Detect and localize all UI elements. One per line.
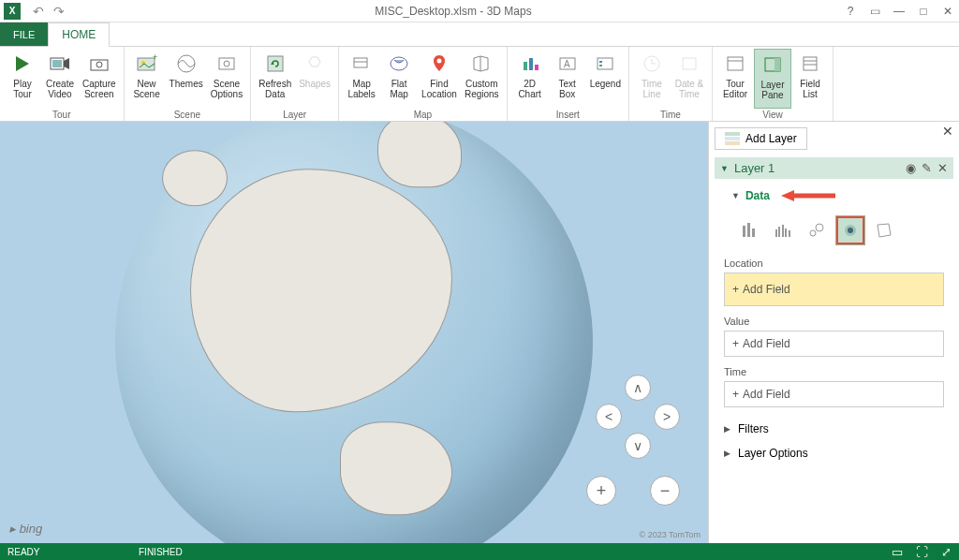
data-section: ▼ Data [715,179,953,244]
scene-options-button[interactable]: Scene Options [207,49,246,109]
status-view1-icon[interactable]: ▭ [892,545,903,559]
viz-stacked-column-button[interactable] [735,216,763,244]
field-list-icon [797,51,823,77]
themes-icon [173,51,199,77]
close-icon[interactable]: ✕ [937,2,959,21]
datetime-button: Date & Time [671,49,708,109]
field-list-button[interactable]: Field List [791,49,829,109]
visibility-icon[interactable]: ◉ [906,161,916,175]
time-label: Time [724,366,944,377]
nav-down-button[interactable]: ∨ [625,433,651,459]
layer-header[interactable]: ▼ Layer 1 ◉ ✎ ✕ [715,157,953,179]
ribbon-group-scene: +New Scene Themes Scene Options Scene [125,47,252,121]
create-video-button[interactable]: Create Video [41,49,79,109]
svg-text:+: + [153,54,157,62]
shapes-icon [302,51,328,77]
layer-pane-icon [760,52,786,78]
location-add-field[interactable]: +Add Field [724,273,944,306]
map-copyright: © 2023 TomTom [640,530,701,539]
redo-icon[interactable]: ↷ [51,3,67,20]
camera-icon [86,51,112,77]
new-scene-button[interactable]: +New Scene [128,49,166,109]
layer-pane-button[interactable]: Layer Pane [754,49,791,109]
group-label-scene: Scene [128,109,247,121]
nav-left-button[interactable]: < [596,404,622,430]
viz-region-button[interactable] [870,216,898,244]
viz-bubble-button[interactable] [803,216,831,244]
ribbon-group-tour: Play Tour Create Video Capture Screen To… [0,47,125,121]
collapse-icon[interactable]: ▼ [720,164,729,173]
status-ready: READY [7,547,139,557]
refresh-data-button[interactable]: Refresh Data [255,49,295,109]
help-icon[interactable]: ? [839,2,862,21]
play-tour-button[interactable]: Play Tour [4,49,41,109]
ribbon-group-map: Map Labels Flat Map Find Location Custom… [339,47,508,121]
svg-point-5 [96,62,102,67]
find-location-icon [426,51,452,77]
capture-screen-button[interactable]: Capture Screen [79,49,120,109]
video-icon [47,51,73,77]
nav-up-button[interactable]: ∧ [625,375,651,401]
add-layer-button[interactable]: Add Layer [715,127,807,150]
themes-button[interactable]: Themes [166,49,207,109]
globe-3d[interactable] [115,122,593,543]
svg-point-53 [848,228,853,233]
nav-zoom: + − [586,476,680,506]
value-label: Value [724,316,944,327]
chart-icon [517,51,543,77]
delete-layer-icon[interactable]: ✕ [937,161,948,175]
svg-rect-37 [804,57,817,70]
flat-map-button[interactable]: Flat Map [380,49,418,109]
close-pane-icon[interactable]: ✕ [942,124,953,139]
svg-rect-48 [785,228,787,237]
custom-regions-button[interactable]: Custom Regions [461,49,503,109]
restore-icon[interactable]: ▭ [863,2,886,21]
status-view2-icon[interactable]: ⛶ [916,545,928,559]
svg-marker-0 [16,56,29,71]
add-layer-label: Add Layer [745,132,797,145]
tour-editor-icon [722,51,748,77]
new-scene-icon: + [134,51,160,77]
find-location-button[interactable]: Find Location [418,49,461,109]
nav-right-button[interactable]: > [654,404,680,430]
data-expander[interactable]: ▼ Data [731,188,946,203]
viz-clustered-column-button[interactable] [769,216,797,244]
status-bar: READY FINISHED ▭ ⛶ ⤢ [0,543,959,560]
value-add-field[interactable]: +Add Field [724,331,944,357]
zoom-out-button[interactable]: − [650,476,680,506]
svg-rect-26 [598,58,612,69]
time-add-field[interactable]: +Add Field [724,381,944,407]
tour-editor-button[interactable]: Tour Editor [716,49,754,109]
add-layer-icon [725,132,740,145]
ribbon-group-insert: 2D Chart AText Box Legend Insert [508,47,629,121]
window-title: MISC_Desktop.xlsm - 3D Maps [67,5,839,18]
labels-icon [348,51,375,77]
layer-pane: ✕ Add Layer ▼ Layer 1 ◉ ✎ ✕ ▼ Data [708,122,959,543]
map-view[interactable]: ∧ < > ∨ + − ▸ bing © 2023 TomTom [0,122,708,543]
zoom-in-button[interactable]: + [586,476,616,506]
svg-rect-27 [599,61,602,63]
shapes-button[interactable]: Shapes [295,49,334,109]
text-box-button[interactable]: AText Box [549,49,586,109]
undo-icon[interactable]: ↶ [30,3,47,20]
map-labels-button[interactable]: Map Labels [343,49,380,109]
svg-rect-33 [728,57,743,70]
ribbon-tabs: FILE HOME [0,22,959,47]
value-section: Value +Add Field [715,316,953,366]
svg-rect-44 [752,228,755,237]
filters-expander[interactable]: ▶Filters [715,417,953,441]
scene-options-icon [214,51,240,77]
tab-home[interactable]: HOME [48,22,110,47]
layer-options-expander[interactable]: ▶Layer Options [715,441,953,465]
rename-icon[interactable]: ✎ [922,161,932,175]
visualization-type-row [735,216,946,244]
2d-chart-button[interactable]: 2D Chart [511,49,549,109]
svg-point-51 [816,224,823,231]
maximize-icon[interactable]: □ [912,2,935,21]
minimize-icon[interactable]: — [888,2,910,21]
timeline-icon [639,51,665,77]
viz-heatmap-button[interactable] [836,216,864,244]
status-fullscreen-icon[interactable]: ⤢ [941,545,952,559]
legend-button[interactable]: Legend [586,49,625,109]
tab-file[interactable]: FILE [0,22,48,46]
